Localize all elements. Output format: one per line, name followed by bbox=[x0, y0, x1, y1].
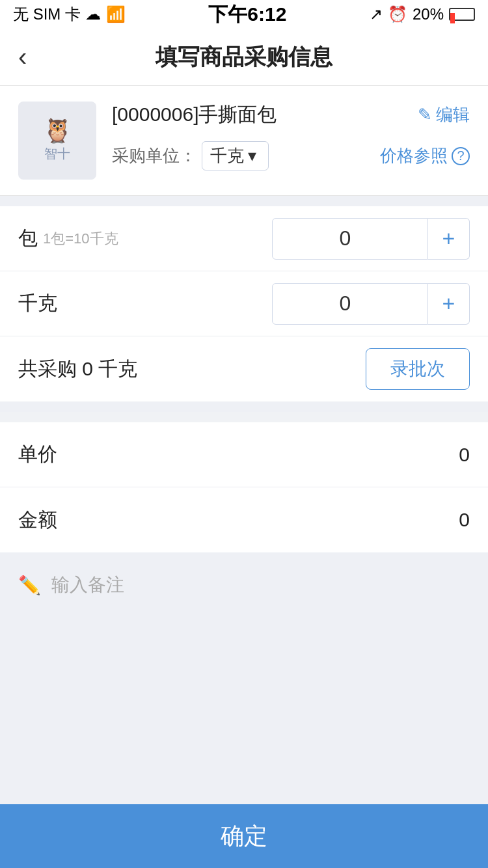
battery-percent: 20% bbox=[413, 5, 444, 23]
kg-row: 千克 + bbox=[0, 271, 488, 336]
unit-select[interactable]: 千克 ▾ bbox=[202, 141, 269, 170]
bao-label: 包 bbox=[18, 225, 38, 252]
wifi-icon: 📶 bbox=[106, 5, 126, 23]
status-right: ↗ ⏰ 20% bbox=[370, 5, 475, 23]
edit-button[interactable]: ✎ 编辑 bbox=[418, 103, 470, 126]
amount-value: 0 bbox=[459, 509, 470, 531]
price-ref-button[interactable]: 价格参照 ? bbox=[380, 144, 470, 167]
bao-input-section: 包 1包=10千克 + 千克 + 共采购 0 千克 录批次 bbox=[0, 206, 488, 401]
product-card: 🦉 智十 [0000006]手撕面包 ✎ 编辑 采购单位： 千克 ▾ bbox=[0, 86, 488, 196]
unit-price-row: 单价 0 bbox=[0, 422, 488, 487]
product-name: [0000006]手撕面包 bbox=[112, 102, 277, 128]
product-image: 🦉 智十 bbox=[18, 102, 96, 180]
logo-owl-icon: 🦉 bbox=[43, 119, 72, 142]
price-amount-section: 单价 0 金额 0 bbox=[0, 422, 488, 552]
note-section[interactable]: ✏️ 输入备注 bbox=[0, 552, 488, 617]
edit-label: 编辑 bbox=[436, 103, 470, 126]
kg-input[interactable] bbox=[272, 283, 428, 325]
logo-text: 智十 bbox=[44, 145, 70, 163]
section-divider-1 bbox=[0, 196, 488, 206]
back-button[interactable]: ‹ bbox=[18, 42, 27, 72]
pencil-icon: ✏️ bbox=[18, 575, 41, 596]
bao-plus-button[interactable]: + bbox=[428, 218, 470, 260]
unit-price-label: 单价 bbox=[18, 441, 57, 468]
nav-bar: ‹ 填写商品采购信息 bbox=[0, 29, 488, 86]
unit-label: 采购单位： bbox=[112, 144, 197, 167]
sim-text: 无 SIM 卡 ☁ bbox=[13, 4, 101, 25]
price-ref-label: 价格参照 bbox=[380, 144, 448, 167]
bao-input[interactable] bbox=[272, 218, 428, 260]
location-icon: ↗ bbox=[370, 5, 383, 23]
bao-sublabel: 1包=10千克 bbox=[43, 229, 118, 249]
kg-plus-button[interactable]: + bbox=[428, 283, 470, 325]
content-filler bbox=[0, 617, 488, 804]
unit-price-value: 0 bbox=[459, 444, 470, 466]
page-title: 填写商品采购信息 bbox=[156, 42, 332, 72]
amount-row: 金额 0 bbox=[0, 487, 488, 552]
product-info: [0000006]手撕面包 ✎ 编辑 采购单位： 千克 ▾ 价格参照 ? bbox=[112, 102, 470, 170]
edit-icon: ✎ bbox=[418, 105, 432, 125]
summary-text: 共采购 0 千克 bbox=[18, 356, 137, 383]
batch-button[interactable]: 录批次 bbox=[366, 348, 470, 390]
battery-icon bbox=[449, 8, 475, 21]
unit-value: 千克 bbox=[210, 144, 244, 167]
amount-label: 金额 bbox=[18, 507, 57, 534]
bao-row: 包 1包=10千克 + bbox=[0, 206, 488, 271]
section-divider-2 bbox=[0, 401, 488, 412]
status-left: 无 SIM 卡 ☁ 📶 bbox=[13, 4, 126, 25]
summary-row: 共采购 0 千克 录批次 bbox=[0, 336, 488, 401]
status-bar: 无 SIM 卡 ☁ 📶 下午6:12 ↗ ⏰ 20% bbox=[0, 0, 488, 29]
chevron-down-icon: ▾ bbox=[248, 146, 256, 166]
note-placeholder: 输入备注 bbox=[51, 573, 124, 597]
help-icon: ? bbox=[452, 147, 470, 165]
kg-label: 千克 bbox=[18, 290, 57, 317]
alarm-icon: ⏰ bbox=[388, 5, 407, 23]
confirm-button[interactable]: 确定 bbox=[0, 804, 488, 868]
status-time: 下午6:12 bbox=[208, 1, 286, 28]
